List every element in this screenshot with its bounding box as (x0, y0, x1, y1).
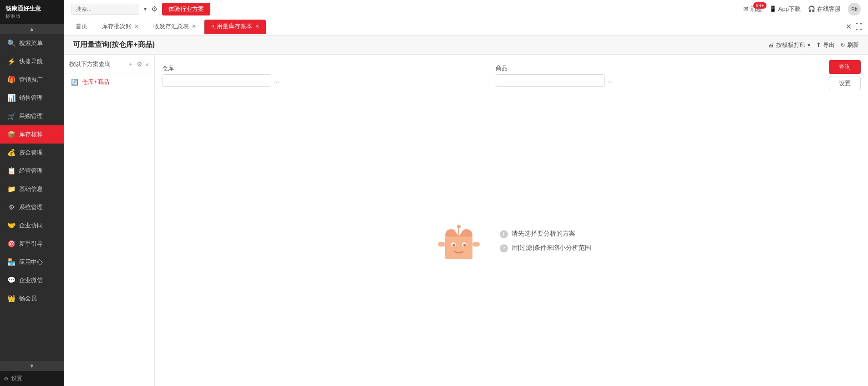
sidebar-item-label: 畅会员 (19, 294, 37, 303)
tab-summary-label: 收发存汇总表 (153, 22, 189, 31)
header-gear-icon[interactable]: ⚙ (151, 5, 157, 13)
hint-num-1: 1 (500, 230, 508, 238)
print-icon: 🖨 (768, 41, 774, 48)
page-actions: 🖨 按模板打印 ▾ ⬆ 导出 ↻ 刷新 (768, 41, 859, 49)
header-dropdown-btn[interactable]: ▾ (144, 6, 147, 12)
empty-illustration (431, 214, 486, 268)
print-dropdown-icon[interactable]: ▾ (807, 41, 811, 48)
empty-svg (431, 214, 486, 268)
basic-icon: 📁 (7, 185, 15, 193)
content-area: 按以下方案查询 ＋ ⚙ « 🔄 仓库+商品 仓库 ... (64, 55, 868, 386)
sidebar-item-label: 资金管理 (19, 149, 43, 157)
query-button[interactable]: 查询 (829, 60, 861, 74)
sidebar-nav: 🔍 搜索菜单⚡ 快捷导航🎁 营销推广📊 销售管理🛒 采购管理📦 库存核算💰 资金… (0, 34, 64, 361)
sidebar-scroll-down[interactable]: ▼ (0, 361, 64, 371)
query-btn-group: 查询 设置 (829, 60, 861, 90)
sidebar-item-purchase[interactable]: 🛒 采购管理 (0, 107, 64, 125)
app-download-btn[interactable]: 📱 App下载 (769, 5, 801, 13)
product-more-btn[interactable]: ... (608, 77, 613, 84)
filter-add-btn[interactable]: ＋ (127, 60, 134, 68)
refresh-label: 刷新 (847, 41, 859, 49)
tab-available-close[interactable]: ✕ (255, 23, 259, 30)
sidebar-item-search[interactable]: 🔍 搜索菜单 (0, 34, 64, 52)
filter-collapse-btn[interactable]: « (145, 60, 149, 68)
sidebar-item-appstore[interactable]: 🏪 应用中心 (0, 253, 64, 271)
product-field: 商品 ... (496, 64, 820, 87)
sidebar-bottom-label: 设置 (11, 375, 22, 382)
sidebar-scroll-up[interactable]: ▲ (0, 24, 64, 34)
search-icon: 🔍 (7, 39, 15, 47)
sidebar-item-inventory[interactable]: 📦 库存核算 (0, 125, 64, 144)
sidebar-item-marketing[interactable]: 🎁 营销推广 (0, 71, 64, 89)
svg-point-6 (457, 225, 461, 228)
sidebar-item-label: 快捷导航 (19, 57, 43, 66)
marketing-icon: 🎁 (7, 76, 15, 84)
warehouse-label: 仓库 (162, 64, 487, 72)
trial-btn[interactable]: 体验行业方案 (162, 3, 210, 15)
operations-icon: 📋 (7, 167, 15, 175)
hint-text-2: 用[过滤]条件来缩小分析范围 (512, 244, 592, 252)
tab-close-all-btn[interactable]: ✕ (846, 22, 852, 31)
sidebar-item-label: 搜索菜单 (19, 39, 43, 47)
sidebar-item-enterprise[interactable]: 🤝 企业协同 (0, 216, 64, 235)
filter-panel: 按以下方案查询 ＋ ⚙ « 🔄 仓库+商品 (64, 55, 155, 386)
tab-expand-btn[interactable]: ⛶ (855, 23, 863, 31)
sidebar-item-wechat[interactable]: 💬 企业微信 (0, 271, 64, 289)
purchase-icon: 🛒 (7, 112, 15, 120)
filter-scheme-icon: 🔄 (71, 79, 78, 86)
export-btn[interactable]: ⬆ 导出 (816, 41, 835, 49)
settings-button[interactable]: 设置 (829, 77, 861, 90)
message-btn[interactable]: ✉ 消息 99+ (743, 5, 762, 13)
refresh-icon: ↻ (840, 41, 845, 48)
filter-settings-btn[interactable]: ⚙ (137, 60, 142, 68)
tab-batch-close[interactable]: ✕ (134, 23, 139, 30)
page-title: 可用量查询(按仓库+商品) (73, 40, 155, 50)
settings-icon: ⚙ (4, 376, 9, 382)
edition-label: 标准版 (5, 13, 58, 20)
sidebar-item-shortcut[interactable]: ⚡ 快捷导航 (0, 52, 64, 71)
print-btn[interactable]: 🖨 按模板打印 ▾ (768, 41, 811, 49)
refresh-btn[interactable]: ↻ 刷新 (840, 41, 859, 49)
warehouse-field: 仓库 ... (162, 64, 487, 87)
print-label: 按模板打印 (776, 41, 806, 49)
hint-text-1: 请先选择要分析的方案 (512, 230, 575, 238)
top-header: ▾ ⚙ 体验行业方案 ✉ 消息 99+ 📱 App下载 🎧 在线客服 Rit (64, 0, 868, 18)
tab-batch[interactable]: 库存批次账 ✕ (96, 20, 145, 34)
sidebar-item-operations[interactable]: 📋 经营管理 (0, 162, 64, 180)
user-avatar[interactable]: Rit (848, 3, 861, 15)
sidebar-item-newbie[interactable]: 🎯 新手引导 (0, 235, 64, 253)
tab-available[interactable]: 可用量库存账本 ✕ (204, 20, 266, 34)
tab-summary-close[interactable]: ✕ (192, 23, 196, 30)
header-search-input[interactable] (71, 4, 139, 15)
sidebar-item-label: 企业协同 (19, 221, 43, 230)
app-icon: 📱 (769, 5, 777, 12)
brand-name: 畅康通好生意 (5, 5, 58, 13)
sidebar-item-system[interactable]: ⚙ 系统管理 (0, 198, 64, 216)
filter-scheme-item[interactable]: 🔄 仓库+商品 (64, 73, 154, 91)
user-name: Rit (851, 6, 857, 12)
sidebar-header: 畅康通好生意 标准版 (0, 0, 64, 24)
sidebar-item-member[interactable]: 👑 畅会员 (0, 289, 64, 308)
sidebar-item-finance[interactable]: 💰 资金管理 (0, 144, 64, 162)
warehouse-input[interactable] (162, 74, 271, 87)
sidebar: 畅康通好生意 标准版 ▲ 🔍 搜索菜单⚡ 快捷导航🎁 营销推广📊 销售管理🛒 采… (0, 0, 64, 386)
tab-summary[interactable]: 收发存汇总表 ✕ (147, 20, 203, 34)
header-left: ▾ ⚙ 体验行业方案 (71, 3, 210, 15)
shortcut-icon: ⚡ (7, 57, 15, 66)
tab-home[interactable]: 首页 (69, 20, 94, 34)
sidebar-item-label: 系统管理 (19, 203, 43, 211)
sidebar-item-label: 应用中心 (19, 258, 43, 266)
sidebar-item-basic[interactable]: 📁 基础信息 (0, 180, 64, 198)
warehouse-input-group: ... (162, 74, 487, 87)
filter-scheme-label: 仓库+商品 (82, 78, 109, 86)
product-input[interactable] (496, 74, 605, 87)
product-input-group: ... (496, 74, 820, 87)
member-icon: 👑 (7, 294, 15, 303)
inventory-icon: 📦 (7, 130, 15, 139)
service-btn[interactable]: 🎧 在线客服 (808, 5, 841, 13)
warehouse-more-btn[interactable]: ... (274, 77, 279, 84)
product-label: 商品 (496, 64, 820, 72)
finance-icon: 💰 (7, 149, 15, 157)
empty-state: 1 请先选择要分析的方案 2 用[过滤]条件来缩小分析范围 (155, 96, 868, 386)
sidebar-item-sales[interactable]: 📊 销售管理 (0, 89, 64, 107)
